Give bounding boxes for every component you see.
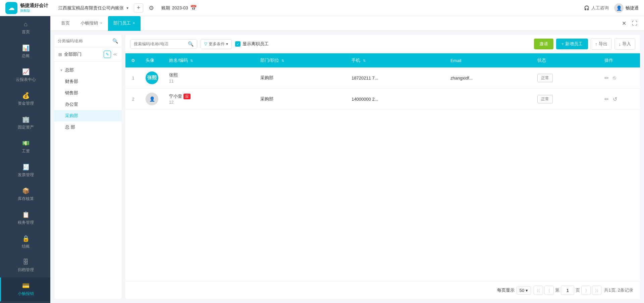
table-row: 2 👤 宁小壹应 12 采购部 14000000 2... 正常 ✏ xyxy=(125,89,640,110)
sidebar-item-reports[interactable]: 📈 云报表中心 xyxy=(0,63,50,87)
edit-icon[interactable]: ✏ xyxy=(604,96,609,102)
tax-icon: 📋 xyxy=(22,211,30,218)
avatar: 👤 xyxy=(146,93,158,105)
dept-item-hq2[interactable]: 总 部 xyxy=(54,121,121,133)
dept-search-area: 🔍 xyxy=(54,35,121,47)
delete-icon[interactable]: ↺ xyxy=(613,96,617,102)
col-name[interactable]: 姓名/编码 ⇅ xyxy=(164,53,256,67)
sidebar-item-archive[interactable]: 🗄 归档管理 xyxy=(0,254,50,277)
add-tab-button[interactable]: + xyxy=(134,3,143,13)
gear-icon[interactable]: ⚙ xyxy=(131,58,135,63)
dept-search-icon[interactable]: 🔍 xyxy=(112,38,118,44)
top-header: ☁ 畅捷通好会计 旗舰版 江西服宝精品有限责任公司内账张 ▾ + ⚙ 账期 20… xyxy=(0,0,644,16)
header-actions: 🎧 人工咨询 👤 畅捷通 xyxy=(584,3,639,13)
company-selector[interactable]: 江西服宝精品有限责任公司内账张 ▾ xyxy=(58,5,128,11)
sidebar-item-settings[interactable]: ⚙ 基础设置 xyxy=(0,301,50,303)
employee-search-box[interactable]: 🔍 xyxy=(130,39,197,49)
sidebar-item-salary[interactable]: 💵 工资 xyxy=(0,135,50,159)
search-icon[interactable]: 🔍 xyxy=(188,41,194,47)
all-dept-row[interactable]: ⊞ 全部部门 ✎ ≪ xyxy=(54,47,121,62)
per-page-select[interactable]: 50 ▾ xyxy=(517,286,531,295)
home-icon: ⌂ xyxy=(24,21,28,28)
dept-label: 采购部 xyxy=(65,113,78,119)
row-num: 2 xyxy=(125,89,141,110)
logout-icon[interactable]: ⎋ xyxy=(613,75,616,81)
expense-icon: 💳 xyxy=(22,282,30,290)
service-button[interactable]: 🎧 人工咨询 xyxy=(584,5,609,11)
employee-search-input[interactable] xyxy=(134,42,186,46)
tab-dept-employee[interactable]: 部门员工 × xyxy=(108,16,141,31)
dept-label: 财务部 xyxy=(65,79,78,85)
archive-icon: 🗄 xyxy=(23,259,29,266)
sidebar-item-label: 云报表中心 xyxy=(16,77,36,83)
dept-item-sales[interactable]: 销售部 xyxy=(54,87,121,99)
period-selector[interactable]: 账期 2023-03 📅 xyxy=(161,5,197,11)
tab-expense-close[interactable]: × xyxy=(100,20,103,26)
col-phone[interactable]: 手机 ⇅ xyxy=(347,53,446,67)
show-resigned-label: 显示离职员工 xyxy=(243,41,269,47)
calendar-icon: 📅 xyxy=(190,5,197,11)
user-profile[interactable]: 👤 畅捷通 xyxy=(614,3,639,13)
row-num: 1 xyxy=(125,67,141,89)
status-cell: 正常 xyxy=(533,89,600,110)
close-window-button[interactable]: ✕ xyxy=(620,19,628,28)
show-resigned-checkbox[interactable]: ✓ 显示离职员工 xyxy=(235,41,269,47)
close-month-icon: 🔒 xyxy=(22,235,30,242)
sidebar-item-close[interactable]: 🔒 结账 xyxy=(0,230,50,254)
dept-item-hq[interactable]: ▼ 总部 xyxy=(54,64,121,76)
col-dept[interactable]: 部门/职位 ⇅ xyxy=(256,53,347,67)
sidebar-item-label: 税务管理 xyxy=(18,220,34,225)
sidebar-item-label: 库存核算 xyxy=(18,196,34,202)
next-page-button[interactable]: ⟩ xyxy=(581,286,591,295)
dept-cell: 采购部 xyxy=(256,89,347,110)
add-employee-button[interactable]: + 新增员工 xyxy=(556,39,588,49)
sidebar-item-tax[interactable]: 📋 税务管理 xyxy=(0,206,50,230)
dept-label: 总 部 xyxy=(65,124,75,130)
page-unit: 页 xyxy=(576,287,580,293)
invite-button[interactable]: 邀请 xyxy=(534,39,553,49)
logo-sub: 旗舰版 xyxy=(20,8,48,13)
dept-item-office[interactable]: 办公室 xyxy=(54,99,121,110)
status-cell: 正常 xyxy=(533,67,600,89)
page-size-selector: 每页显示 50 ▾ xyxy=(497,286,531,295)
export-button[interactable]: ↑ 导出 xyxy=(591,38,612,50)
sidebar-item-home[interactable]: ⌂ 首页 xyxy=(0,16,50,40)
import-button[interactable]: ↓ 导入 xyxy=(614,38,636,50)
sidebar-item-inventory[interactable]: 📦 库存核算 xyxy=(0,183,50,206)
logo-text: 畅捷通好会计 xyxy=(20,3,48,8)
expand-window-button[interactable]: ⛶ xyxy=(631,19,639,28)
sort-icon: ⇅ xyxy=(363,59,366,62)
table-toolbar: 🔍 ▽ 更多条件 ▾ ✓ 显示离职员工 邀请 + 新增员工 xyxy=(125,35,640,53)
more-filter-button[interactable]: ▽ 更多条件 ▾ xyxy=(201,39,232,49)
last-page-button[interactable]: ⟩⟩ xyxy=(592,286,601,295)
employee-name: 张熙 xyxy=(169,72,251,78)
page-number-input[interactable] xyxy=(561,286,574,295)
settings-icon[interactable]: ⚙ xyxy=(147,3,156,13)
expand-icon: ▼ xyxy=(60,68,63,72)
first-page-button[interactable]: ⟨⟨ xyxy=(534,286,543,295)
tabs-bar: 首页 小畅报销 × 部门员工 × ✕ ⛶ xyxy=(50,16,644,31)
dept-grid-icon: ⊞ xyxy=(58,52,62,57)
dept-item-purchasing[interactable]: 采购部 xyxy=(54,110,121,121)
dept-collapse-button[interactable]: ≪ xyxy=(113,52,117,57)
tab-dept-close[interactable]: × xyxy=(133,21,135,26)
chevron-down-icon: ▾ xyxy=(526,288,528,293)
dept-tree: ▼ 总部 财务部 销售部 办公室 采购部 xyxy=(54,62,121,299)
tab-expense[interactable]: 小畅报销 × xyxy=(75,16,108,31)
dept-edit-button[interactable]: ✎ xyxy=(104,51,111,58)
dept-item-finance[interactable]: 财务部 xyxy=(54,76,121,87)
sidebar-item-invoice[interactable]: 🧾 发票管理 xyxy=(0,159,50,183)
import-icon: ↓ xyxy=(619,42,621,47)
prev-page-button[interactable]: ⟨ xyxy=(544,286,554,295)
sidebar-item-funds[interactable]: 💰 资金管理 xyxy=(0,87,50,111)
sidebar-item-assets[interactable]: 🏢 固定资产 xyxy=(0,111,50,135)
dept-label: 办公室 xyxy=(65,101,78,107)
edit-icon[interactable]: ✏ xyxy=(604,75,609,81)
sidebar-item-expense[interactable]: 💳 小畅报销 xyxy=(0,277,50,301)
sidebar-item-general[interactable]: 📊 总账 xyxy=(0,40,50,63)
filter-icon: ▽ xyxy=(204,42,207,46)
status-tag: 应 xyxy=(183,94,191,99)
page-navigation: ⟨⟨ ⟨ 第 页 ⟩ ⟩⟩ xyxy=(534,286,601,295)
dept-search-input[interactable] xyxy=(58,39,110,43)
tab-home[interactable]: 首页 xyxy=(56,16,75,31)
